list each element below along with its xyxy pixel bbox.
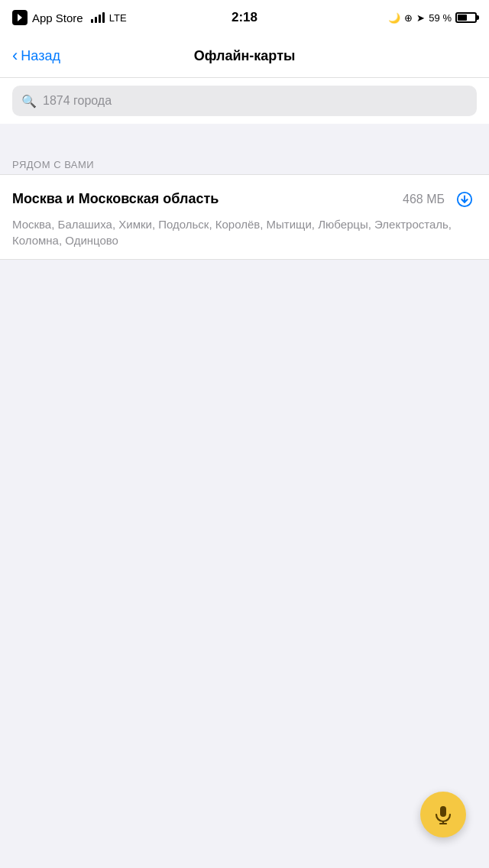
nearby-list: Москва и Московская область 468 МБ Москв… — [0, 174, 489, 260]
location-icon: ⊕ — [404, 12, 413, 24]
status-bar: App Store LTE 2:18 🌙 ⊕ ➤ 59 % — [0, 0, 489, 35]
battery-indicator — [455, 12, 477, 23]
download-button[interactable] — [452, 187, 477, 212]
bottom-area — [0, 260, 489, 642]
nearby-section-header: РЯДОМ С ВАМИ — [0, 151, 489, 174]
search-placeholder: 1874 города — [43, 94, 112, 108]
status-icons: 🌙 ⊕ ➤ 59 % — [388, 12, 452, 24]
back-button[interactable]: ‹ Назад — [12, 48, 60, 64]
chevron-left-icon: ‹ — [12, 47, 18, 64]
size-container: 468 МБ — [403, 187, 477, 212]
signal-bars — [91, 12, 105, 23]
nav-bar: ‹ Назад Офлайн-карты — [0, 35, 489, 78]
map-item-moscow: Москва и Московская область 468 МБ Москв… — [0, 175, 489, 259]
status-app-name: App Store — [32, 11, 83, 24]
network-type: LTE — [109, 12, 127, 24]
status-time: 2:18 — [232, 10, 257, 25]
back-label: Назад — [21, 48, 60, 64]
svg-rect-2 — [440, 806, 446, 817]
app-store-icon — [12, 10, 28, 25]
battery-percent: 59 % — [429, 12, 452, 24]
map-item-size: 468 МБ — [403, 193, 445, 206]
search-icon: 🔍 — [21, 94, 37, 108]
page-title: Офлайн-карты — [194, 48, 296, 64]
map-item-subtitle: Москва, Балашиха, Химки, Подольск, Корол… — [12, 218, 452, 247]
microphone-icon — [432, 804, 454, 825]
search-bar[interactable]: 🔍 1874 города — [12, 86, 477, 116]
map-item-title-row: Москва и Московская область 468 МБ — [12, 186, 477, 212]
moon-icon: 🌙 — [388, 12, 400, 24]
nearby-header-text: РЯДОМ С ВАМИ — [12, 159, 94, 170]
navigation-icon: ➤ — [416, 12, 425, 24]
search-container: 🔍 1874 города — [0, 78, 489, 124]
map-item-name: Москва и Московская область — [12, 190, 219, 208]
voice-button[interactable] — [420, 792, 466, 837]
map-item-content: Москва и Московская область 468 МБ Москв… — [12, 186, 477, 248]
download-icon — [456, 191, 473, 208]
section-divider-top — [0, 124, 489, 151]
